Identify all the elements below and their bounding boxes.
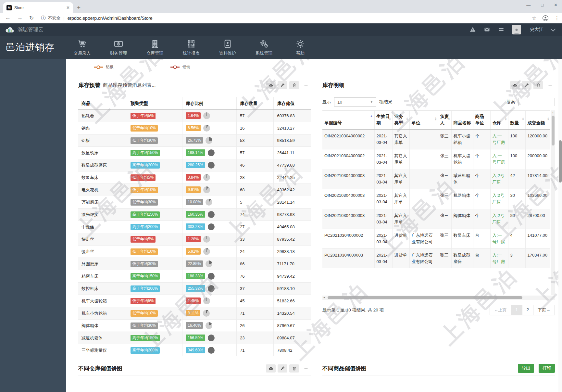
warning-table-row[interactable]: 钢条低于年均10%6.56%1632413.27 (78, 122, 311, 134)
nav-item-help[interactable]: 帮助 (289, 39, 311, 56)
warning-table-row[interactable]: 快走丝低于年均5%1.28%3387935.42 (78, 233, 311, 246)
warning-table-row[interactable]: 慢走丝低于年均10%5.91%2429838.18 (78, 246, 311, 258)
next-page-button[interactable]: 下页→ (533, 305, 555, 315)
legend-item-1[interactable]: 铝板 (94, 64, 114, 70)
search-input[interactable] (518, 98, 555, 106)
collapse-button[interactable] (301, 364, 311, 373)
scroll-left-icon[interactable]: ◀ (323, 296, 325, 299)
rows-icon[interactable] (498, 26, 505, 33)
warning-column-header[interactable]: 库存数量 (237, 97, 274, 110)
vertical-scroll-thumb[interactable] (552, 116, 555, 145)
warehouse-cell[interactable]: 入:一号厂房 (490, 129, 508, 149)
window-close-button[interactable]: ✕ (554, 3, 557, 7)
user-avatar[interactable] (512, 25, 521, 34)
detail-table-row[interactable]: PC202103040000022021-03-04进货单广东博远石业有限公司张… (322, 229, 550, 248)
reload-icon[interactable]: ↻ (29, 15, 34, 21)
cloud-upload-button[interactable] (510, 81, 520, 89)
warning-table-row[interactable]: 阀体箱体低于年均30%16.40%2687969.67 (78, 320, 311, 332)
wrench-button[interactable] (522, 81, 531, 89)
chevron-down-icon[interactable] (551, 26, 556, 32)
window-maximize-button[interactable]: □ (541, 3, 543, 7)
warning-table-row[interactable]: 三坐标测量仪高于年均200%349.60%717808.42 (78, 344, 311, 357)
trash-button[interactable] (289, 81, 299, 89)
warning-table-row[interactable]: 减速机箱体高于年均150%156.59%2389884.07 (78, 332, 311, 344)
detail-table-row[interactable]: OIN202103040000022021-03-04其它入库单张三机车大齿轮箱… (322, 149, 550, 169)
nav-item-reports[interactable]: 统计报表 (180, 39, 202, 56)
detail-column-header[interactable]: 单据编号▲ (322, 111, 374, 130)
warning-table-row[interactable]: 铝板低于年均30%26.73%5398518.59 (78, 134, 311, 147)
detail-column-header[interactable]: 商品单位 (473, 111, 490, 130)
detail-column-header[interactable]: 单位▲▼ (409, 111, 438, 130)
detail-column-header[interactable]: 数量▲▼ (508, 111, 525, 130)
export-button[interactable]: 导出 (518, 364, 534, 373)
browser-profile-icon[interactable] (542, 15, 549, 21)
cloud-upload-button[interactable] (266, 81, 276, 89)
warning-column-header[interactable]: 商品 (78, 97, 127, 110)
nav-item-trade-entry[interactable]: 交易录入 (71, 39, 93, 56)
info-icon[interactable]: ⓘ (41, 15, 45, 21)
bookmark-star-icon[interactable]: ☆ (532, 15, 536, 21)
table-horizontal-scrollbar[interactable]: ◀ (322, 296, 555, 300)
collapse-button[interactable] (301, 81, 311, 89)
page-scroll-thumb[interactable] (559, 140, 562, 183)
wrench-button[interactable] (278, 364, 287, 373)
detail-column-header[interactable]: 生效日期▲▼ (374, 111, 392, 130)
mail-icon[interactable] (484, 26, 490, 33)
warning-table-row[interactable]: 万能磨床低于年均30%10.08%528141.14 (78, 196, 311, 209)
table-vertical-scrollbar[interactable]: ▲ (551, 110, 555, 295)
warning-table-row[interactable]: 数显成型磨床高于年均200%280.25%4647739.68 (78, 159, 311, 171)
browser-tab[interactable]: M Store ✕ (3, 2, 73, 13)
warning-table-row[interactable]: 中走丝高于年均200%303.28%2749465.08 (78, 221, 311, 233)
warning-table-row[interactable]: 数控机床高于年均200%255.32%3759188.10 (78, 283, 311, 295)
warehouse-cell[interactable]: 入:2号厂房 (490, 209, 508, 229)
cloud-upload-button[interactable] (266, 364, 276, 373)
browser-menu-icon[interactable]: ⋮ (555, 15, 559, 21)
detail-table-row[interactable]: OIN202103040000032021-03-04其它入库单张三机器箱体个入… (322, 189, 550, 209)
detail-column-header[interactable]: 仓库▲▼ (490, 111, 508, 130)
detail-table-row[interactable]: OIN202103040000022021-03-04其它入库单张三机车小齿轮箱… (322, 129, 550, 149)
warehouse-cell[interactable]: 入:2号厂房 (490, 169, 508, 189)
trash-button[interactable] (533, 81, 543, 89)
warning-table-row[interactable]: 外圆磨床低于年均30%22.85%8671171.70 (78, 258, 311, 270)
warning-table-row[interactable]: 机车小齿轮箱低于年均10%8.11%7114320.54 (78, 307, 311, 320)
warning-column-header[interactable]: 库存储值 (274, 97, 311, 110)
warning-table-row[interactable]: 电火花机低于年均10%9.91%6843362.42 (78, 184, 311, 196)
nav-item-system[interactable]: 系统管理 (253, 39, 275, 56)
page-button-1[interactable]: 1 (511, 305, 522, 315)
detail-column-header[interactable]: 业务类型▲▼ (392, 111, 409, 130)
warning-table-row[interactable]: 机车大齿轮箱低于年均5%1.45%4551832.66 (78, 295, 311, 307)
tab-close-icon[interactable]: ✕ (66, 5, 70, 10)
nav-item-data-maint[interactable]: 资料维护 (217, 39, 239, 56)
page-size-select[interactable]: 10 ▼ (334, 97, 376, 107)
warning-column-header[interactable]: 预警类型 (127, 97, 182, 110)
detail-table-row[interactable]: OIN202103040000032021-03-04其它入库单张三阀体箱体个入… (322, 209, 550, 229)
warehouse-cell[interactable]: 入:一号厂房 (490, 149, 508, 169)
trash-button[interactable] (289, 364, 299, 373)
scroll-up-icon[interactable]: ▲ (551, 110, 555, 114)
print-button[interactable]: 打印 (539, 364, 555, 373)
wrench-button[interactable] (278, 81, 287, 89)
page-scrollbar[interactable] (558, 59, 562, 392)
nav-item-finance[interactable]: 财务管理 (107, 39, 130, 56)
window-minimize-button[interactable]: — (526, 3, 531, 7)
warning-table-row[interactable]: 数显车床低于年均5%3.84%2822444.25 (78, 171, 311, 184)
page-button-2[interactable]: 2 (522, 305, 533, 315)
back-icon[interactable]: ← (5, 15, 11, 21)
detail-table-row[interactable]: PC202103040000032021-03-04进货单广东博远石业有限公司张… (322, 249, 550, 269)
warehouse-cell[interactable]: 入:一号厂房 (490, 249, 508, 269)
prev-page-button[interactable]: ←上页 (490, 305, 511, 315)
detail-column-header[interactable]: 负责人▲▼ (438, 111, 451, 130)
detail-table-row[interactable]: OIN202103040000032021-03-04其它入库单张三减速机箱体个… (322, 169, 550, 189)
warning-table-row[interactable]: 数显铣床高于年均150%188.14%5726441.11 (78, 147, 311, 159)
new-tab-button[interactable]: + (77, 4, 81, 11)
detail-column-header[interactable]: 商品名称 (451, 111, 473, 130)
forward-icon[interactable]: → (17, 15, 23, 21)
warning-table-row[interactable]: 激光焊接高于年均150%160.35%7493773.93 (78, 209, 311, 221)
warehouse-cell[interactable]: 入:2号厂房 (490, 189, 508, 209)
legend-item-2[interactable]: 铝锭 (170, 64, 190, 70)
warning-table-row[interactable]: 精密车床高于年均150%188.33%7694739.42 (78, 270, 311, 283)
horizontal-scroll-thumb[interactable] (328, 296, 522, 299)
warning-column-header[interactable]: 库存比例 (182, 97, 237, 110)
user-name[interactable]: 史大江 (530, 27, 543, 32)
alert-icon[interactable] (469, 26, 476, 33)
